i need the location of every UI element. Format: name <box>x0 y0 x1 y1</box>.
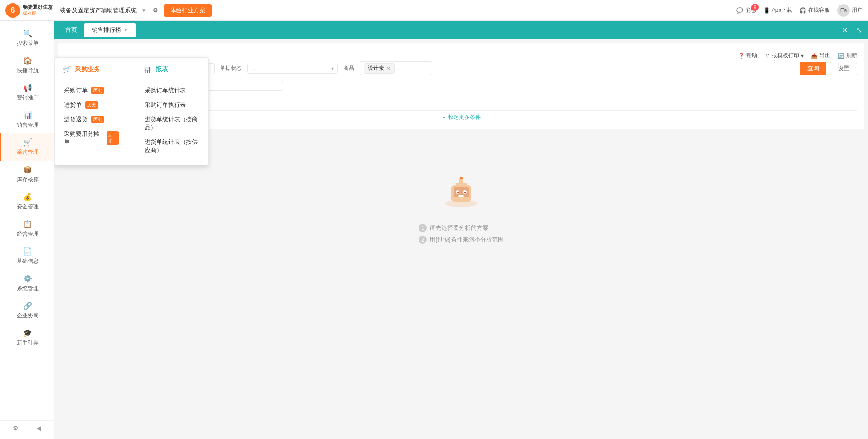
sidebar-item-purchase[interactable]: 🛒 采购管理 <box>0 133 54 161</box>
online-service-btn[interactable]: 🎧 在线客服 <box>800 6 830 14</box>
menu-item-order-stat[interactable]: 采购订单统计表 <box>143 83 201 98</box>
sidebar-label-inventory: 库存核算 <box>17 176 39 183</box>
sidebar-label-search: 搜索菜单 <box>17 39 39 47</box>
menu-item-purchase-return[interactable]: 进货退货 历史 <box>62 112 121 127</box>
logo-icon: 6 <box>5 3 20 18</box>
refresh-btn[interactable]: 🔄 刷新 <box>838 52 857 59</box>
user-btn[interactable]: Ea 用户 <box>837 4 863 17</box>
history-badge: 历史 <box>91 87 104 94</box>
system-icon: ⚙️ <box>23 274 32 283</box>
sidebar-label-enterprise: 企业协同 <box>17 312 39 320</box>
search-icon: 🔍 <box>23 29 32 38</box>
tip-num-2: 2 <box>419 236 427 244</box>
tab-action-expand[interactable]: ⤡ <box>853 25 864 35</box>
collapse-icon: ∧ <box>442 114 446 120</box>
tab-action-close[interactable]: ✕ <box>839 25 850 35</box>
basic-info-icon: 📄 <box>23 247 32 256</box>
empty-tips: 1 请先选择要分析的方案 2 用[过滤]条件来缩小分析范围 <box>419 222 503 246</box>
goods-tag-close[interactable]: ✕ <box>386 65 390 72</box>
sidebar-item-operation[interactable]: 📋 经营管理 <box>0 215 54 242</box>
refresh-icon: 🔄 <box>838 53 844 59</box>
sidebar-item-capital[interactable]: 💰 资金管理 <box>0 188 54 215</box>
menu-item-purchase-order[interactable]: 采购订单 历史 <box>62 83 121 98</box>
collapse-btn[interactable]: ◀ <box>36 424 41 432</box>
export-icon: 📤 <box>811 53 818 59</box>
menu-item-receipt-stat-supplier[interactable]: 进货单统计表（按供应商） <box>143 135 201 158</box>
tip2-text: 用[过滤]条件来缩小分析范围 <box>429 234 503 246</box>
collapse-label: 收起更多条件 <box>448 114 481 120</box>
query-btn[interactable]: 查询 <box>800 62 826 75</box>
status-placeholder: ... <box>251 65 256 72</box>
svg-rect-7 <box>458 195 464 197</box>
phone-icon: 📱 <box>763 7 770 14</box>
system-dropdown-arrow[interactable]: ▾ <box>140 7 147 14</box>
tip-num-1: 1 <box>419 224 427 232</box>
history-badge: 历史 <box>91 116 104 123</box>
main-layout: 🔍 搜索菜单 🏠 快捷导航 📢 营销推广 📊 销售管理 🛒 采购管理 📦 库存核… <box>0 21 868 439</box>
status-label: 单据状态 <box>220 64 242 72</box>
sidebar-label-system: 系统管理 <box>17 285 39 292</box>
sidebar-label-newbie: 新手引导 <box>17 339 39 347</box>
export-btn[interactable]: 📤 导出 <box>811 52 830 59</box>
svg-point-11 <box>460 177 463 179</box>
tab-home-label: 首页 <box>65 26 77 34</box>
svg-point-5 <box>457 192 459 193</box>
menu-item-purchase-expense[interactable]: 采购费用分摊单 历史 <box>62 127 121 149</box>
sidebar-item-newbie[interactable]: 🎓 新手引导 <box>0 324 54 351</box>
tab-close-icon[interactable]: ✕ <box>124 27 128 33</box>
messages-badge: 9 <box>751 4 759 11</box>
print-btn[interactable]: 🖨 按模板打印 ▾ <box>765 52 804 59</box>
svg-rect-8 <box>456 183 459 187</box>
app-download-btn[interactable]: 📱 App下载 <box>763 6 792 14</box>
purchase-section-icon: 🛒 <box>62 65 71 74</box>
settings-btn[interactable]: ⚙ <box>13 424 19 432</box>
tab-home[interactable]: 首页 <box>58 23 84 37</box>
tip1-text: 请先选择要分析的方案 <box>429 222 488 234</box>
sidebar-item-marketing[interactable]: 📢 营销推广 <box>0 79 54 106</box>
system-name-area: 装备及固定资产辅助管理系统 ▾ ⚙ 体验行业方案 <box>60 4 736 17</box>
settings-btn[interactable]: 设置 <box>830 62 857 75</box>
operation-icon: 📋 <box>23 220 32 228</box>
svg-point-6 <box>464 192 466 193</box>
menu-item-label: 采购费用分摊单 <box>64 130 103 146</box>
history-badge: 历史 <box>107 131 119 145</box>
sidebar-item-enterprise[interactable]: 🔗 企业协同 <box>0 297 54 324</box>
sidebar-bottom: ⚙ ◀ <box>0 420 54 435</box>
menu-item-label: 采购订单 <box>64 86 88 94</box>
goods-tag: 设计素 ✕ <box>364 63 395 74</box>
menu-item-order-exec[interactable]: 采购订单执行表 <box>143 98 201 112</box>
menu-item-receipt-stat-goods[interactable]: 进货单统计表（按商品） <box>143 112 201 135</box>
messages-btn[interactable]: 💬 消息 9 <box>736 6 756 14</box>
topbar-right: 💬 消息 9 📱 App下载 🎧 在线客服 Ea 用户 <box>736 4 863 17</box>
inventory-icon: 📦 <box>23 165 32 174</box>
message-icon: 💬 <box>736 7 743 14</box>
status-dropdown-arrow[interactable]: ▾ <box>331 65 334 72</box>
svg-rect-10 <box>459 178 463 185</box>
tab-sales-rank[interactable]: 销售排行榜 ✕ <box>84 23 136 37</box>
system-gear-icon[interactable]: ⚙ <box>151 6 160 15</box>
sidebar-label-capital: 资金管理 <box>17 203 39 211</box>
industry-btn[interactable]: 体验行业方案 <box>164 4 212 17</box>
page-inner: 🛒 采购业务 采购订单 历史 进货单 历史 进货退货 历史 <box>54 39 868 282</box>
report-section-icon: 📊 <box>143 65 152 74</box>
sidebar-item-basic-info[interactable]: 📄 基础信息 <box>0 242 54 270</box>
help-btn[interactable]: ❓ 帮助 <box>738 52 757 59</box>
sidebar-item-search[interactable]: 🔍 搜索菜单 <box>0 25 54 52</box>
sidebar-label-sales: 销售管理 <box>17 121 39 129</box>
menu-item-purchase-receipt[interactable]: 进货单 历史 <box>62 98 121 112</box>
print-dropdown-arrow[interactable]: ▾ <box>801 53 804 59</box>
purchase-icon: 🛒 <box>23 138 32 147</box>
enterprise-icon: 🔗 <box>23 301 32 310</box>
sidebar-item-sales[interactable]: 📊 销售管理 <box>0 106 54 133</box>
menu-divider <box>132 65 132 158</box>
sidebar-item-quick-nav[interactable]: 🏠 快捷导航 <box>0 52 54 79</box>
sidebar-item-inventory[interactable]: 📦 库存核算 <box>0 161 54 188</box>
logo-area: 6 畅捷通好生意 标准版 <box>5 3 60 18</box>
sidebar-label-basic-info: 基础信息 <box>17 257 39 265</box>
system-name-text: 装备及固定资产辅助管理系统 <box>60 6 137 15</box>
filter-actions: 查询 设置 <box>800 62 857 75</box>
sidebar-item-system[interactable]: ⚙️ 系统管理 <box>0 270 54 297</box>
goods-more[interactable]: ... <box>396 65 401 72</box>
sales-icon: 📊 <box>23 111 32 119</box>
capital-icon: 💰 <box>23 192 32 201</box>
